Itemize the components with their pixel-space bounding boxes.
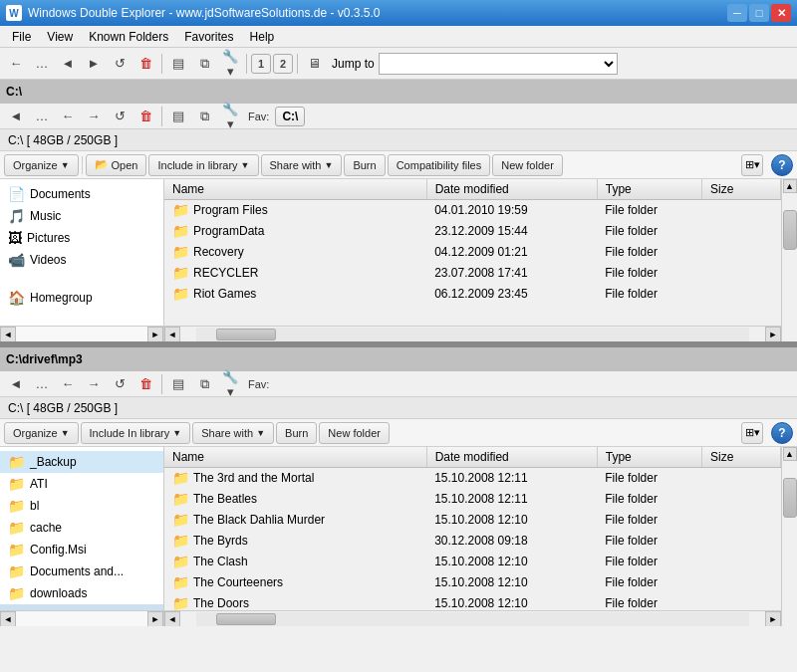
pane2-options[interactable]: 🔧▾ xyxy=(218,372,242,396)
pane2-vscroll-up[interactable]: ▲ xyxy=(783,447,797,461)
pane2-organize-btn[interactable]: Organize xyxy=(4,422,79,444)
pane2-newfolder-btn[interactable]: New folder xyxy=(319,422,390,444)
pane1-viewtoggle-btn[interactable]: ⊞▾ xyxy=(741,154,763,176)
pane2-viewtoggle-btn[interactable]: ⊞▾ xyxy=(741,422,763,444)
pane2-table-row[interactable]: 📁 The Clash 15.10.2008 12:10 File folder xyxy=(164,552,781,572)
pane2-table-row[interactable]: 📁 The 3rd and the Mortal 15.10.2008 12:1… xyxy=(164,468,781,489)
nav-forward-button[interactable]: ► xyxy=(82,52,106,76)
pane1-vscroll-up[interactable]: ▲ xyxy=(783,179,797,193)
pane1-nav-pictures[interactable]: 🖼 Pictures xyxy=(0,227,163,249)
pane1-copy[interactable]: ⧉ xyxy=(192,105,216,128)
pane1-nav-back[interactable]: ← xyxy=(56,105,80,128)
pane1-col-size[interactable]: Size xyxy=(702,179,781,200)
pane2-table-row[interactable]: 📁 The Beatles 15.10.2008 12:11 File fold… xyxy=(164,489,781,510)
pane1-include-btn[interactable]: Include in library xyxy=(148,154,258,176)
pane2-table-row[interactable]: 📁 The Courteeners 15.10.2008 12:10 File … xyxy=(164,572,781,593)
pane1-hscroll-thumb[interactable] xyxy=(216,329,276,340)
dots-button[interactable]: … xyxy=(30,52,54,76)
pane1-nav-scroll-left[interactable]: ◄ xyxy=(0,327,16,341)
pane2-hscroll-right[interactable]: ► xyxy=(765,611,781,627)
pane1-delete[interactable]: 🗑 xyxy=(133,105,157,128)
pane2-col-size[interactable]: Size xyxy=(702,447,781,468)
pane1-nav-fwd[interactable]: → xyxy=(82,105,106,128)
menu-help[interactable]: Help xyxy=(242,28,283,46)
pane2-nav-scroll-right[interactable]: ► xyxy=(147,611,163,626)
pane2-include-btn[interactable]: Include In library xyxy=(81,422,191,444)
options-button[interactable]: 🔧▾ xyxy=(218,52,242,76)
pane2-refresh[interactable]: ↺ xyxy=(108,372,132,396)
pane1-burn-btn[interactable]: Burn xyxy=(344,154,385,176)
pane1-table-row[interactable]: 📁 ProgramData 23.12.2009 15:44 File fold… xyxy=(164,221,781,242)
pane2-col-date[interactable]: Date modified xyxy=(426,447,597,468)
pane1-path-box[interactable]: C:\ xyxy=(275,107,305,126)
copy-button[interactable]: ⧉ xyxy=(192,52,216,76)
menu-view[interactable]: View xyxy=(39,28,81,46)
pane2-help-btn[interactable]: ? xyxy=(771,422,793,444)
panel2-button[interactable]: 2 xyxy=(273,54,293,74)
pane2-view[interactable]: ▤ xyxy=(166,372,190,396)
pane1-nav-scroll-right[interactable]: ► xyxy=(147,327,163,341)
pane1-vscroll-thumb[interactable] xyxy=(783,210,797,250)
pane1-hscroll-right[interactable]: ► xyxy=(765,327,781,342)
pane1-open-btn[interactable]: 📂 Open xyxy=(86,154,147,176)
pane2-nav-backup[interactable]: 📁 _Backup xyxy=(0,451,163,473)
pane1-refresh[interactable]: ↺ xyxy=(108,105,132,128)
pane2-back[interactable]: ◄ xyxy=(4,372,28,396)
pane1-back[interactable]: ◄ xyxy=(4,105,28,128)
pane1-filelist-scroll[interactable]: Name Date modified Type Size 📁 Program F… xyxy=(164,179,781,326)
pane2-vscroll-thumb[interactable] xyxy=(783,478,797,518)
pane1-vscroll[interactable]: ▲ xyxy=(781,179,797,341)
pane2-nav-downloads[interactable]: 📁 downloads xyxy=(0,582,163,604)
pane2-burn-btn[interactable]: Burn xyxy=(276,422,317,444)
pane2-nav-fwd[interactable]: → xyxy=(82,372,106,396)
pane2-share-btn[interactable]: Share with xyxy=(192,422,274,444)
menu-file[interactable]: File xyxy=(4,28,39,46)
pane2-table-row[interactable]: 📁 The Black Dahlia Murder 15.10.2008 12:… xyxy=(164,510,781,531)
menu-favorites[interactable]: Favorites xyxy=(176,28,241,46)
pane2-delete[interactable]: 🗑 xyxy=(133,372,157,396)
delete-button[interactable]: 🗑 xyxy=(133,52,157,76)
pane1-nav-music[interactable]: 🎵 Music xyxy=(0,205,163,227)
refresh-button[interactable]: ↺ xyxy=(108,52,132,76)
pane2-nav-cache[interactable]: 📁 cache xyxy=(0,517,163,539)
menu-known-folders[interactable]: Known Folders xyxy=(81,28,176,46)
pane1-table-row[interactable]: 📁 Riot Games 06.12.2009 23:45 File folde… xyxy=(164,284,781,305)
pane2-nav-back[interactable]: ← xyxy=(56,372,80,396)
pane2-hscroll-thumb[interactable] xyxy=(216,613,276,625)
pane1-compat-btn[interactable]: Compatibility files xyxy=(388,154,491,176)
pane1-table-row[interactable]: 📁 RECYCLER 23.07.2008 17:41 File folder xyxy=(164,263,781,284)
pane2-col-name[interactable]: Name xyxy=(164,447,426,468)
pane1-view[interactable]: ▤ xyxy=(166,105,190,128)
pane2-hscroll-left[interactable]: ◄ xyxy=(164,611,180,627)
pane1-col-date[interactable]: Date modified xyxy=(426,179,597,200)
pane2-vscroll[interactable]: ▲ xyxy=(781,447,797,626)
jump-select[interactable] xyxy=(379,53,618,75)
pane1-dots[interactable]: … xyxy=(30,105,54,128)
close-button[interactable]: ✕ xyxy=(771,4,791,22)
back-button[interactable]: ← xyxy=(4,52,28,76)
pane1-options[interactable]: 🔧▾ xyxy=(218,105,242,128)
pane2-dots[interactable]: … xyxy=(30,372,54,396)
pane2-nav-scroll-left[interactable]: ◄ xyxy=(0,611,16,626)
pane2-filelist-scroll[interactable]: Name Date modified Type Size 📁 The 3rd a… xyxy=(164,447,781,610)
pane1-col-name[interactable]: Name xyxy=(164,179,426,200)
pane1-newfolder-btn[interactable]: New folder xyxy=(492,154,563,176)
pane2-nav-docand[interactable]: 📁 Documents and... xyxy=(0,560,163,582)
pane1-nav-videos[interactable]: 📹 Videos xyxy=(0,249,163,271)
pane2-table-row[interactable]: 📁 The Doors 15.10.2008 12:10 File folder xyxy=(164,593,781,611)
pane2-table-row[interactable]: 📁 The Byrds 30.12.2008 09:18 File folder xyxy=(164,531,781,552)
pane1-nav-documents[interactable]: 📄 Documents xyxy=(0,183,163,205)
view-button[interactable]: ▤ xyxy=(166,52,190,76)
pane1-col-type[interactable]: Type xyxy=(597,179,701,200)
pane1-nav-homegroup[interactable]: 🏠 Homegroup xyxy=(0,287,163,309)
pane1-share-btn[interactable]: Share with xyxy=(261,154,343,176)
pane2-nav-bl[interactable]: 📁 bl xyxy=(0,495,163,517)
pane1-organize-btn[interactable]: Organize xyxy=(4,154,79,176)
pane2-copy[interactable]: ⧉ xyxy=(192,372,216,396)
monitor-button[interactable]: 🖥 xyxy=(302,52,326,76)
pane1-table-row[interactable]: 📁 Program Files 04.01.2010 19:59 File fo… xyxy=(164,200,781,221)
pane2-col-type[interactable]: Type xyxy=(597,447,701,468)
pane1-table-row[interactable]: 📁 Recovery 04.12.2009 01:21 File folder xyxy=(164,242,781,263)
pane2-nav-ati[interactable]: 📁 ATI xyxy=(0,473,163,495)
maximize-button[interactable]: □ xyxy=(749,4,769,22)
